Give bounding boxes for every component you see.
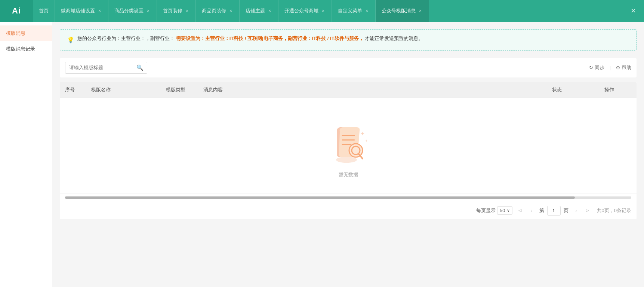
scrollbar-thumb[interactable] bbox=[65, 196, 575, 199]
page-label-before: 第 bbox=[539, 207, 544, 214]
table-header-name: 模版名称 bbox=[86, 82, 161, 98]
nav-tab[interactable]: 开通公众号商城× bbox=[278, 0, 332, 22]
scrollbar-row bbox=[60, 193, 637, 202]
page-nav: ⊲ ‹ 第 页 › ⊳ 共0页，0条记录 bbox=[515, 206, 631, 216]
help-label: 帮助 bbox=[622, 64, 631, 71]
notice-text: 您的公众号行业为：主营行业：，副营行业： 需要设置为：主营行业：IT科技 / 互… bbox=[77, 35, 423, 43]
table-header-seq: 序号 bbox=[60, 82, 86, 98]
main-layout: 模版消息模版消息记录 💡 您的公众号行业为：主营行业：，副营行业： 需要设置为：… bbox=[0, 22, 644, 287]
nav-tab[interactable]: 首页装修× bbox=[157, 0, 196, 22]
nav-tab[interactable]: 公众号模版消息× bbox=[376, 0, 429, 22]
tab-close-icon[interactable]: × bbox=[364, 8, 369, 14]
page-size-value: 50 bbox=[500, 208, 505, 213]
page-size-select: 每页显示 50 ∨ bbox=[476, 206, 512, 215]
tab-close-icon[interactable]: × bbox=[418, 8, 423, 14]
page-total: 共0页，0条记录 bbox=[597, 207, 631, 214]
toolbar-actions: ↻ 同步 | ⊙ 帮助 bbox=[589, 64, 631, 71]
page-size-dropdown[interactable]: 50 ∨ bbox=[497, 206, 512, 215]
scrollbar-track[interactable] bbox=[65, 196, 631, 199]
page-size-label: 每页显示 bbox=[476, 207, 496, 214]
sync-icon: ↻ bbox=[589, 65, 593, 70]
table-header-content: 消息内容 bbox=[198, 82, 547, 98]
tab-close-icon[interactable]: × bbox=[97, 8, 102, 14]
nav-tab[interactable]: 商品页装修× bbox=[196, 0, 240, 22]
content-area: 💡 您的公众号行业为：主营行业：，副营行业： 需要设置为：主营行业：IT科技 /… bbox=[52, 22, 644, 287]
tab-close-icon[interactable]: × bbox=[146, 8, 151, 14]
last-page-button[interactable]: ⊳ bbox=[583, 206, 592, 216]
first-page-button[interactable]: ⊲ bbox=[515, 206, 525, 216]
svg-text:✦: ✦ bbox=[360, 131, 365, 137]
toolbar: 🔍 ↻ 同步 | ⊙ 帮助 bbox=[60, 58, 637, 77]
empty-icon: ✦ ✦ bbox=[326, 120, 371, 165]
data-table: 序号模版名称模版类型消息内容状态操作 bbox=[60, 82, 637, 193]
sidebar-item[interactable]: 模版消息记录 bbox=[0, 41, 52, 57]
data-table-wrap: 序号模版名称模版类型消息内容状态操作 bbox=[60, 82, 637, 219]
notice-banner: 💡 您的公众号行业为：主营行业：，副营行业： 需要设置为：主营行业：IT科技 /… bbox=[60, 29, 637, 51]
empty-text: 暂无数据 bbox=[339, 171, 358, 178]
prev-page-button[interactable]: ‹ bbox=[527, 206, 536, 216]
tab-close-icon[interactable]: × bbox=[267, 8, 272, 14]
app-logo: Ai bbox=[0, 0, 33, 22]
top-nav: Ai 首页微商城店铺设置×商品分类设置×首页装修×商品页装修×店铺主题×开通公众… bbox=[0, 0, 644, 22]
table-header-status: 状态 bbox=[547, 82, 599, 98]
page-input[interactable] bbox=[547, 206, 561, 216]
nav-tab[interactable]: 微商城店铺设置× bbox=[55, 0, 108, 22]
search-box: 🔍 bbox=[65, 62, 147, 74]
page-label-after: 页 bbox=[564, 207, 568, 214]
table-header-type: 模版类型 bbox=[161, 82, 198, 98]
nav-tab[interactable]: 首页 bbox=[33, 0, 55, 22]
search-button[interactable]: 🔍 bbox=[133, 62, 147, 73]
notice-text-highlight: 需要设置为：主营行业：IT科技 / 互联网|电子商务，副营行业：IT科技 / I… bbox=[176, 36, 364, 41]
nav-tabs: 首页微商城店铺设置×商品分类设置×首页装修×商品页装修×店铺主题×开通公众号商城… bbox=[33, 0, 622, 22]
nav-tab[interactable]: 店铺主题× bbox=[240, 0, 278, 22]
tab-close-icon[interactable]: × bbox=[228, 8, 233, 14]
tab-close-icon[interactable]: × bbox=[185, 8, 189, 14]
table-header-row: 序号模版名称模版类型消息内容状态操作 bbox=[60, 82, 637, 98]
nav-tab[interactable]: 商品分类设置× bbox=[108, 0, 157, 22]
sync-label: 同步 bbox=[595, 64, 604, 71]
empty-state: ✦ ✦ 暂无数据 bbox=[60, 98, 637, 193]
search-input[interactable] bbox=[65, 62, 133, 73]
divider: | bbox=[610, 65, 611, 70]
help-button[interactable]: ⊙ 帮助 bbox=[616, 64, 631, 71]
table-header-action: 操作 bbox=[599, 82, 637, 98]
tab-close-icon[interactable]: × bbox=[321, 8, 326, 14]
next-page-button[interactable]: › bbox=[571, 206, 581, 216]
help-icon: ⊙ bbox=[616, 65, 620, 70]
close-all-button[interactable]: ✕ bbox=[622, 0, 644, 22]
notice-icon: 💡 bbox=[67, 35, 74, 45]
svg-text:✦: ✦ bbox=[365, 139, 368, 143]
notice-text-before: 您的公众号行业为：主营行业：，副营行业： bbox=[77, 36, 175, 41]
logo-text: Ai bbox=[12, 6, 21, 16]
sync-button[interactable]: ↻ 同步 bbox=[589, 64, 604, 71]
chevron-down-icon: ∨ bbox=[507, 208, 510, 213]
sidebar: 模版消息模版消息记录 bbox=[0, 22, 52, 287]
pagination: 每页显示 50 ∨ ⊲ ‹ 第 页 › ⊳ 共0页，0条记录 bbox=[60, 202, 637, 219]
notice-text-after: 才能正常发送预置的消息。 bbox=[365, 36, 423, 41]
nav-tab[interactable]: 自定义菜单× bbox=[332, 0, 376, 22]
empty-state-row: ✦ ✦ 暂无数据 bbox=[60, 98, 637, 193]
svg-point-0 bbox=[336, 157, 357, 163]
sidebar-item[interactable]: 模版消息 bbox=[0, 25, 52, 41]
